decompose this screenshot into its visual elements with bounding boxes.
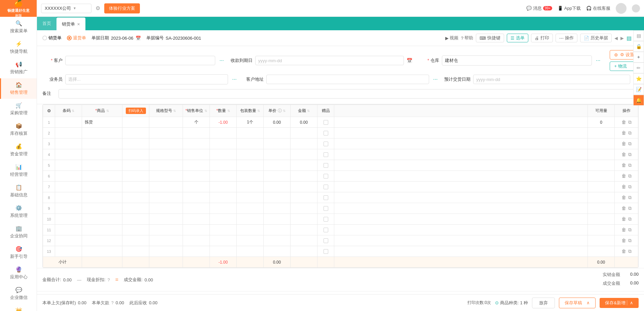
- row-unit-price[interactable]: [264, 235, 291, 246]
- row-qty[interactable]: [210, 182, 237, 192]
- row-unit-price[interactable]: [264, 214, 291, 225]
- row-unit[interactable]: [183, 182, 210, 192]
- row-unit[interactable]: [183, 225, 210, 235]
- row-unit-price[interactable]: 0.00: [264, 117, 291, 128]
- row-qty[interactable]: [210, 235, 237, 246]
- trial-button[interactable]: 体验行业方案: [104, 3, 140, 13]
- row-unit-price[interactable]: [264, 139, 291, 149]
- row-barcode[interactable]: [55, 160, 82, 171]
- row-product[interactable]: [82, 128, 122, 139]
- copy-row-icon[interactable]: ⧉: [628, 119, 632, 125]
- shortcut-btn[interactable]: ⌨ 快捷键: [476, 34, 504, 42]
- row-unit[interactable]: [183, 128, 210, 139]
- row-qty[interactable]: [210, 246, 237, 257]
- row-amount[interactable]: [291, 128, 317, 139]
- row-qty[interactable]: [210, 171, 237, 182]
- row-pkg-qty[interactable]: [237, 171, 264, 182]
- delete-row-icon[interactable]: 🗑: [621, 205, 626, 211]
- row-barcode[interactable]: [55, 128, 82, 139]
- row-gift[interactable]: [317, 139, 334, 149]
- copy-row-icon[interactable]: ⧉: [628, 162, 632, 168]
- delete-row-icon[interactable]: 🗑: [621, 195, 626, 200]
- product-sort-icon[interactable]: ⇅: [106, 109, 109, 113]
- row-spec[interactable]: [149, 160, 183, 171]
- row-barcode[interactable]: [55, 149, 82, 160]
- row-product[interactable]: [82, 139, 122, 149]
- row-spec[interactable]: [149, 235, 183, 246]
- sidebar-item-finance[interactable]: 💰资金管理: [0, 140, 37, 160]
- tab-home[interactable]: 首页: [37, 17, 56, 30]
- gift-checkbox[interactable]: [324, 195, 328, 200]
- row-unit-price[interactable]: [264, 192, 291, 203]
- row-unit[interactable]: [183, 171, 210, 182]
- nav-next-icon[interactable]: ▶: [620, 36, 624, 41]
- row-amount[interactable]: [291, 246, 317, 257]
- row-unit[interactable]: [183, 192, 210, 203]
- row-gift[interactable]: [317, 117, 334, 128]
- spec-sort-icon[interactable]: ⇅: [173, 109, 176, 113]
- customer-input[interactable]: [65, 56, 215, 65]
- row-unit[interactable]: [183, 139, 210, 149]
- gift-checkbox[interactable]: [324, 217, 328, 222]
- discount-help-icon[interactable]: ?: [108, 277, 110, 282]
- row-product[interactable]: [82, 203, 122, 214]
- row-barcode[interactable]: [55, 235, 82, 246]
- customer-address-input[interactable]: [266, 75, 429, 84]
- video-link[interactable]: ▶ 视频: [445, 35, 458, 41]
- row-product[interactable]: [82, 214, 122, 225]
- save-draft-button[interactable]: 保存草稿 ∧: [559, 298, 596, 308]
- row-qty[interactable]: [210, 128, 237, 139]
- row-barcode[interactable]: [55, 117, 82, 128]
- row-unit[interactable]: [183, 246, 210, 257]
- gift-checkbox[interactable]: [324, 185, 328, 189]
- unit-sort-icon[interactable]: ⇅: [204, 109, 207, 113]
- delete-row-icon[interactable]: 🗑: [621, 152, 626, 157]
- total-owed-help-icon[interactable]: ?: [111, 301, 114, 305]
- row-amount[interactable]: [291, 139, 317, 149]
- row-barcode[interactable]: [55, 192, 82, 203]
- delete-row-icon[interactable]: 🗑: [621, 248, 626, 254]
- sidebar-item-wechat[interactable]: 💬企业微信: [0, 283, 37, 304]
- row-qty[interactable]: [210, 192, 237, 203]
- row-amount[interactable]: [291, 235, 317, 246]
- salesperson-dots-icon[interactable]: ···: [232, 76, 236, 82]
- row-barcode[interactable]: [55, 171, 82, 182]
- row-gift[interactable]: [317, 225, 334, 235]
- row-gift[interactable]: [317, 128, 334, 139]
- row-product[interactable]: [82, 182, 122, 192]
- row-spec[interactable]: [149, 149, 183, 160]
- gift-checkbox[interactable]: [324, 238, 328, 243]
- row-spec[interactable]: [149, 139, 183, 149]
- row-unit-price[interactable]: [264, 171, 291, 182]
- side-action-note[interactable]: 📝: [633, 84, 644, 95]
- row-unit-price[interactable]: [264, 182, 291, 192]
- sale-order-radio[interactable]: 销货单: [42, 35, 62, 41]
- row-pkg-qty[interactable]: [237, 214, 264, 225]
- row-amount[interactable]: [291, 171, 317, 182]
- price-sort-icon[interactable]: ⇅: [283, 109, 286, 113]
- row-unit[interactable]: [183, 214, 210, 225]
- side-action-list[interactable]: ▤: [633, 30, 644, 41]
- scan-button[interactable]: 扫码录入: [126, 108, 146, 114]
- tab-close-icon[interactable]: ✕: [77, 22, 80, 27]
- row-pkg-qty[interactable]: [237, 128, 264, 139]
- address-dots-icon[interactable]: ···: [433, 76, 438, 82]
- row-amount[interactable]: 0.00: [291, 117, 317, 128]
- delete-row-icon[interactable]: 🗑: [621, 162, 626, 168]
- memo-input[interactable]: [59, 89, 639, 99]
- row-product[interactable]: [82, 160, 122, 171]
- row-unit-price[interactable]: [264, 149, 291, 160]
- sidebar-item-enterprise[interactable]: 🏢企业协同: [0, 222, 37, 242]
- row-spec[interactable]: [149, 214, 183, 225]
- delete-row-icon[interactable]: 🗑: [621, 130, 626, 136]
- row-gift[interactable]: [317, 182, 334, 192]
- sidebar-item-basic-info[interactable]: 📋基础信息: [0, 181, 37, 201]
- sidebar-item-quick-nav[interactable]: ⚡快捷导航: [0, 37, 37, 58]
- gift-checkbox[interactable]: [324, 249, 328, 254]
- gift-checkbox[interactable]: [324, 206, 328, 211]
- date-calendar-icon[interactable]: 📅: [136, 36, 141, 41]
- row-qty[interactable]: [210, 203, 237, 214]
- row-qty[interactable]: [210, 149, 237, 160]
- side-action-bookmark[interactable]: ⭐: [633, 73, 644, 84]
- row-unit[interactable]: 个: [183, 117, 210, 128]
